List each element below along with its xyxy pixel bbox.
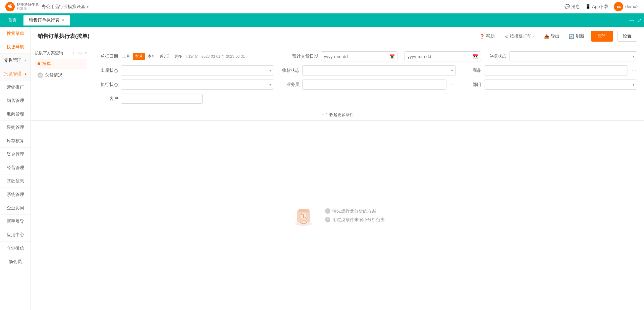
help-btn[interactable]: ❓ 帮助 [477,32,497,41]
empty-tips: 1 请先选择要分析的方案 2 用过滤条件来缩小分析范围 [325,207,385,224]
order-date-field: 单据日期 上月 本月 本年 近7天 更多 自定义 2023-03-01 至 20… [98,53,287,60]
debt-icon: ⊙ [39,73,42,78]
help-icon: ❓ [479,34,485,39]
print-btn[interactable]: 🖨 按模板打印 ▾ [501,32,537,41]
breadcrumb: 办公用品行业模拟账套 ▾ [42,4,89,10]
department-field: 部门 ▾ [461,80,637,90]
execution-status-select[interactable] [121,80,274,90]
user-name: demo2 [625,4,639,9]
sidebar-item-quick-nav[interactable]: 快捷导航 [0,40,31,54]
svg-point-6 [301,214,303,215]
tab-sales-order[interactable]: 销售订单执行表 × [23,15,70,25]
sidebar-item-system-mgmt[interactable]: 系统管理 [0,188,31,201]
sidebar-item-app-center[interactable]: 应用中心 [0,228,31,242]
user-profile[interactable]: Ea demo2 [614,2,639,11]
sidebar-item-enterprise-wechat[interactable]: 企业微信 [0,242,31,255]
department-label: 部门 [461,82,481,88]
tip-num-2: 2 [325,217,330,222]
debt-label: 欠货情况 [45,72,62,78]
debt-item[interactable]: ⊙ 欠货情况 [35,70,87,80]
filter-scheme-panel: 按以下方案查询 ＋ ⚙ « 按单 ⊙ 欠货情况 [31,46,91,109]
collapse-scheme-icon[interactable]: « [84,50,87,56]
app-download-action[interactable]: 📱 App下载 [585,4,608,10]
customer-label: 客户 [98,96,118,102]
help-label: 帮助 [486,33,495,39]
expected-date-range: 📅 — 📅 [321,51,481,61]
sidebar-item-marketing-promo[interactable]: 营销推广 [0,81,31,94]
customer-input[interactable] [121,94,203,104]
filter-scheme-header: 按以下方案查询 ＋ ⚙ « [35,50,87,56]
sidebar-item-sales-mgmt[interactable]: 销售管理 [0,94,31,107]
sidebar-item-ecommerce-mgmt[interactable]: 电商管理 [0,107,31,121]
goods-dots-btn[interactable]: ··· [631,68,637,73]
filter-row-1: 单据日期 上月 本月 本年 近7天 更多 自定义 2023-03-01 至 20… [98,51,637,61]
goods-label: 商品 [461,67,481,73]
shortcut-current-year[interactable]: 本年 [146,53,157,60]
tab-bar-right: — ⤢ [629,17,641,23]
sidebar-item-retail-mgmt[interactable]: 零售管理 ▾ [0,54,31,67]
salesperson-dots-btn[interactable]: ··· [449,82,456,87]
empty-content: 1 请先选择要分析的方案 2 用过滤条件来缩小分析范围 [290,202,385,229]
sidebar-item-finance-mgmt[interactable]: 资金管理 [0,148,31,161]
logo-icon: 畅 [5,2,15,11]
collapse-bar[interactable]: ⌃⌃ 收起更多条件 [31,109,644,121]
breadcrumb-dropdown-icon[interactable]: ▾ [87,4,89,9]
settings-btn[interactable]: 设置 [617,31,637,42]
tab-home[interactable]: 首页 [3,15,22,25]
sidebar-item-new-guide[interactable]: 新手引导 [0,215,31,228]
edit-scheme-icon[interactable]: ⚙ [78,51,82,56]
sidebar-item-enterprise-collab[interactable]: 企业协同 [0,201,31,215]
top-bar-left: 畅 畅捷通好生意 标准版 办公用品行业模拟账套 ▾ [5,2,89,11]
goods-input[interactable] [484,65,628,75]
status-select[interactable] [509,51,637,61]
tip-text-1: 请先选择要分析的方案 [332,207,376,215]
export-btn[interactable]: 📤 导出 [541,32,562,41]
message-action[interactable]: 💬 消息 [565,4,580,10]
customer-dots-btn[interactable]: ··· [205,96,212,101]
goods-field: 商品 ··· [461,65,637,75]
top-bar-right: 💬 消息 📱 App下载 Ea demo2 [565,2,639,11]
enterprise-wechat-label: 企业微信 [7,245,24,251]
quick-nav-label: 快捷导航 [7,44,24,50]
expected-date-start-wrap: 📅 [321,51,397,61]
status-field: 单据状态 ▾ [486,51,637,61]
collection-status-select[interactable] [302,65,455,75]
app-center-label: 应用中心 [7,232,24,238]
shortcut-current-month[interactable]: 本月 [133,53,145,60]
sidebar-item-inventory-check[interactable]: 库存核算 [0,134,31,148]
tab-home-label: 首页 [8,17,17,23]
export-label: 导出 [551,33,559,39]
search-btn[interactable]: 查询 [591,31,613,42]
shortcut-last-month[interactable]: 上月 [121,53,131,60]
sidebar-item-basic-info[interactable]: 基础信息 [0,174,31,188]
sidebar-item-search-menu[interactable]: 搜索菜单 [0,27,31,40]
sidebar-item-purchase-mgmt[interactable]: 采购管理 [0,121,31,134]
filter-scheme-label: 按以下方案查询 [35,50,63,56]
refresh-btn[interactable]: 🔄 刷新 [566,32,587,41]
sidebar-item-operation-mgmt[interactable]: 经营管理 [0,161,31,174]
system-mgmt-label: 系统管理 [7,192,24,198]
sidebar-item-member[interactable]: 畅会员 [0,255,31,268]
scheme-item-by-order[interactable]: 按单 [35,59,87,69]
tab-minimize-btn[interactable]: — [629,17,634,23]
shortcut-last-7days[interactable]: 近7天 [158,53,171,60]
sidebar-item-wholesale-mgmt[interactable]: 批发管理 ▴ [0,67,31,81]
department-select[interactable] [484,80,637,90]
tab-close-icon[interactable]: × [62,18,64,22]
wholesale-mgmt-arrow: ▴ [25,72,26,75]
salesperson-label: 业务员 [279,82,300,88]
shortcut-custom[interactable]: 自定义 [185,53,200,60]
shipment-status-select[interactable] [121,65,274,75]
salesperson-input[interactable] [302,80,446,90]
svg-rect-2 [299,209,309,212]
add-scheme-icon[interactable]: ＋ [71,50,76,56]
date-shortcuts: 上月 本月 本年 近7天 更多 自定义 [121,53,200,60]
empty-illustration [290,202,317,229]
new-guide-label: 新手引导 [7,218,24,224]
tab-maximize-btn[interactable]: ⤢ [637,17,641,23]
shortcut-more[interactable]: 更多 [173,53,183,60]
expected-date-end[interactable] [405,51,481,61]
print-icon: 🖨 [504,34,508,39]
logo-text-line1: 畅捷通好生意 [17,2,39,7]
expected-date-start[interactable] [321,51,397,61]
